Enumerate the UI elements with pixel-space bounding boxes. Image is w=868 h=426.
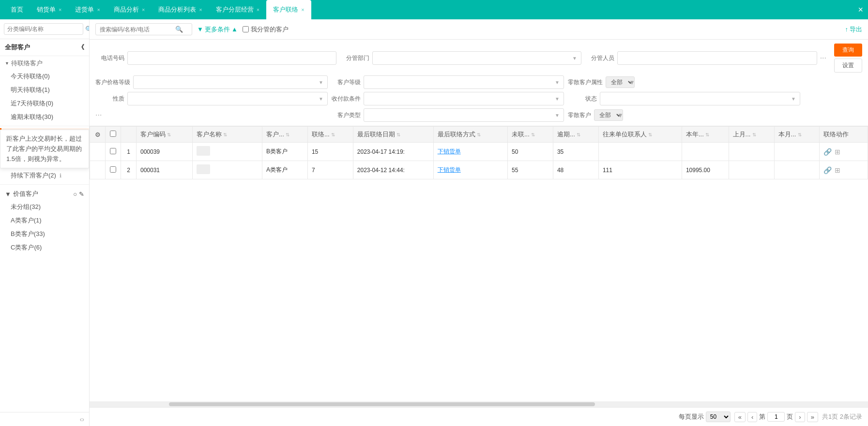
filter-dept-dropdown[interactable]: ▼ — [372, 51, 581, 65]
col-category[interactable]: 客户... ⇅ — [262, 127, 307, 143]
sidebar-item-ungrouped[interactable]: 未分组(32) — [0, 200, 89, 214]
row2-uncontacted: 55 — [507, 161, 553, 179]
sidebar-search-icon[interactable]: 🔍 — [85, 26, 90, 33]
close-sales-order-icon[interactable]: × — [59, 7, 61, 13]
all-customers-header[interactable]: 全部客户 《 — [0, 39, 89, 56]
col-name[interactable]: 客户名称 ⇅ — [192, 127, 262, 143]
sidebar-item-class-c[interactable]: C类客户(6) — [0, 241, 89, 254]
last-page-button[interactable]: » — [807, 412, 818, 422]
close-product-analysis-list-icon[interactable]: × — [199, 7, 202, 13]
export-icon: ↑ — [845, 26, 849, 33]
filter-type-dropdown[interactable]: ▼ — [364, 108, 564, 122]
main-search-icon[interactable]: 🔍 — [175, 26, 183, 33]
row1-contact: 15 — [307, 143, 353, 161]
more-conditions-btn[interactable]: ▼ 更多条件 ▲ — [197, 25, 238, 34]
filter-level-dropdown[interactable]: ▼ — [364, 75, 564, 89]
select-all-checkbox[interactable] — [110, 131, 116, 137]
col-last-method[interactable]: 最后联络方式 ⇅ — [433, 127, 507, 143]
row2-last-month — [729, 161, 774, 179]
row1-checkbox[interactable] — [106, 143, 121, 161]
row2-action-buttons: 🔗 ⊞ — [823, 166, 864, 174]
settings-button[interactable]: 设置 — [834, 59, 862, 73]
sidebar-item-tomorrow[interactable]: 明天待联络(1) — [0, 83, 89, 97]
col-checkbox[interactable] — [106, 127, 121, 143]
filter-nature-dropdown[interactable]: ▼ — [127, 92, 328, 105]
close-window-button[interactable]: × — [858, 5, 863, 15]
col-last-date[interactable]: 最后联络日期 ⇅ — [353, 127, 433, 143]
prev-page-button[interactable]: ‹ — [747, 412, 757, 422]
table-row: 1 000039 B类客户 15 2023-04-17 14:19: 下销货单 … — [90, 143, 868, 161]
sidebar-item-overdue[interactable]: 逾期未联络(30) — [0, 110, 89, 124]
per-page-select[interactable]: 50 10 20 100 — [706, 411, 731, 422]
nav-customer-contact[interactable]: 客户联络 × — [266, 0, 311, 19]
page-input[interactable] — [767, 412, 785, 422]
nav-home[interactable]: 首页 — [4, 0, 30, 19]
nav-purchase-order[interactable]: 进货单 × — [68, 0, 107, 19]
close-customer-layering-icon[interactable]: × — [257, 7, 259, 13]
col-settings[interactable]: ⚙ — [90, 127, 106, 143]
sidebar-search-input[interactable] — [4, 23, 83, 35]
scroll-thumb[interactable] — [169, 402, 595, 406]
extra-dots-icon[interactable]: ··· — [95, 111, 102, 119]
edit-icon[interactable]: ✎ — [79, 191, 84, 198]
row2-category: A类客户 — [262, 161, 307, 179]
sidebar-item-declining[interactable]: 持续下滑客户(2) ℹ — [0, 169, 89, 182]
col-this-year[interactable]: 本年... ⇅ — [682, 127, 729, 143]
col-overdue[interactable]: 逾期... ⇅ — [553, 127, 598, 143]
sidebar-nav-right-icon[interactable]: › — [82, 415, 84, 423]
col-contact[interactable]: 联络... ⇅ — [307, 127, 353, 143]
close-product-analysis-icon[interactable]: × — [142, 7, 145, 13]
row2-link-icon[interactable]: 🔗 — [823, 166, 832, 174]
row1-check[interactable] — [110, 148, 116, 154]
filter-manager-input[interactable] — [617, 51, 817, 65]
refresh-icon[interactable]: ○ — [73, 191, 77, 198]
sidebar-item-class-a[interactable]: A类客户(1) — [0, 214, 89, 227]
close-customer-contact-icon[interactable]: × — [301, 7, 304, 13]
sidebar-item-today[interactable]: 今天待联络(0) — [0, 70, 89, 83]
filter-phone-input[interactable] — [127, 51, 336, 65]
pending-contact-group[interactable]: ▼ 待联络客户 — [0, 56, 89, 70]
col-uncontacted[interactable]: 未联... ⇅ — [507, 127, 553, 143]
nav-product-analysis-list[interactable]: 商品分析列表 × — [152, 0, 209, 19]
row1-last-method[interactable]: 下销货单 — [433, 143, 507, 161]
nav-sales-order[interactable]: 销货单 × — [30, 0, 68, 19]
status-chevron-icon: ▼ — [791, 96, 796, 102]
manager-dots-icon[interactable]: ··· — [820, 54, 826, 62]
row1-grid-icon[interactable]: ⊞ — [835, 148, 840, 156]
my-customers-check-input[interactable] — [243, 26, 249, 32]
scatter-attr-select[interactable]: 全部 — [606, 76, 635, 88]
value-customer-group[interactable]: ▼ 价值客户 ○ ✎ — [0, 187, 89, 200]
first-page-button[interactable]: « — [734, 412, 746, 422]
next-page-button[interactable]: › — [795, 412, 805, 422]
row2-last-method[interactable]: 下销货单 — [433, 161, 507, 179]
filter-status-dropdown[interactable]: ▼ — [600, 92, 800, 105]
sidebar-item-7days[interactable]: 近7天待联络(0) — [0, 97, 89, 110]
price-chevron-icon: ▼ — [319, 80, 323, 85]
horizontal-scrollbar[interactable] — [90, 401, 868, 407]
filter-payment: 收付款条件 ▼ — [332, 92, 564, 105]
filter-price-dropdown[interactable]: ▼ — [133, 75, 328, 89]
export-button[interactable]: ↑ 导出 — [845, 25, 863, 34]
row2-checkbox[interactable] — [106, 161, 121, 179]
table-area: ⚙ 客户编码 ⇅ 客户名称 ⇅ — [90, 126, 868, 401]
nav-customer-layering[interactable]: 客户分层经营 × — [209, 0, 266, 19]
col-company-contact[interactable]: 往来单位联系人 ⇅ — [598, 127, 682, 143]
settings-icon[interactable]: ⚙ — [95, 131, 101, 138]
query-button[interactable]: 查询 — [834, 44, 862, 57]
row2-check[interactable] — [110, 166, 116, 173]
close-purchase-order-icon[interactable]: × — [97, 7, 100, 13]
col-code[interactable]: 客户编码 ⇅ — [137, 127, 193, 143]
row2-grid-icon[interactable]: ⊞ — [835, 166, 840, 174]
my-customers-checkbox[interactable]: 我分管的客户 — [243, 25, 289, 34]
col-last-month[interactable]: 上月... ⇅ — [729, 127, 774, 143]
payment-chevron-icon: ▼ — [555, 96, 560, 102]
filter-manager: 分管人员 ··· — [585, 51, 826, 65]
sidebar-item-class-b[interactable]: B类客户(33) — [0, 227, 89, 241]
info-icon4: ℹ — [60, 173, 61, 178]
scatter-customer-select[interactable]: 全部 — [594, 109, 623, 121]
main-search-input[interactable] — [100, 26, 172, 33]
col-this-month[interactable]: 本月... ⇅ — [774, 127, 820, 143]
filter-payment-dropdown[interactable]: ▼ — [364, 92, 564, 105]
row1-link-icon[interactable]: 🔗 — [823, 148, 832, 156]
nav-product-analysis[interactable]: 商品分析 × — [107, 0, 152, 19]
